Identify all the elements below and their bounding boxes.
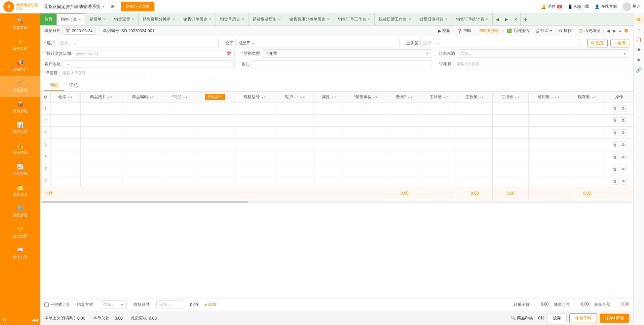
scrollbar-area[interactable] [40,199,633,205]
row-3-delete-btn[interactable]: 🗑 [612,129,618,136]
row-6-qty2[interactable] [388,163,421,175]
customer-more-icon[interactable]: ··· [73,41,76,46]
row-2-sales-unit[interactable] [344,115,388,127]
row-4-delete-btn[interactable]: 🗑 [612,141,618,148]
tab-close-return-history[interactable]: ✕ [241,17,244,21]
settings-gear-btn[interactable]: ⚙ [108,2,117,11]
account-more-icon[interactable]: ··· [172,302,176,307]
row-1-main-unit[interactable] [421,103,457,115]
app-download-btn[interactable]: 📱 App下载 [568,4,589,9]
tab-close-fee-history[interactable]: ✕ [327,17,330,21]
row-3-warehouse[interactable] [51,127,81,139]
row-3-available[interactable] [493,127,528,139]
row-1-available[interactable] [493,103,528,115]
customer-code-sort-icon[interactable]: ▲▼ [300,96,305,99]
sidebar-item-search[interactable]: 🔍 搜索菜单 [0,13,40,34]
attribute-sort-icon[interactable]: ▲▼ [331,96,336,99]
tab-sales-order[interactable]: 销售订单 ✕ [57,13,85,25]
address-input[interactable]: ··· [63,60,235,68]
row-7-customer-code[interactable] [276,175,314,187]
row-1-sales-unit[interactable] [344,103,388,115]
row-7-available[interactable] [493,175,528,187]
row-5-spec[interactable] [234,151,276,163]
tab-close-sales-refund[interactable]: ✕ [131,17,134,21]
row-1-product[interactable] [164,103,196,115]
tab-fee-split[interactable]: 销售费用分摊单 ✕ [139,13,179,25]
row-5-product-image[interactable] [80,151,122,163]
row-5-product[interactable] [164,151,196,163]
row-6-delete-btn[interactable]: 🗑 [612,166,618,172]
main-unit-sort-icon[interactable]: ▲▼ [443,96,448,99]
right-panel-link-icon[interactable]: 🔗 [634,65,644,75]
row-7-delete-btn[interactable]: 🗑 [612,178,618,185]
row-7-product-code[interactable] [122,175,164,187]
invoice-type-select[interactable]: 不开票 ▼ [262,49,432,58]
remark-input[interactable] [252,60,432,68]
row-1-attribute[interactable] [314,103,344,115]
a-project-input[interactable]: 请输入A项目 [454,60,629,68]
sidebar-item-operations[interactable]: 📈 经营管理 [0,159,40,180]
solution-btn[interactable]: 体验行业方案 [121,2,154,11]
row-7-qty2[interactable] [388,175,421,187]
row-1-available2[interactable] [528,103,569,115]
user-avatar-btn[interactable]: 用户 [622,2,641,11]
row-1-customer-code[interactable] [276,103,314,115]
row-6-current-stock[interactable] [569,163,605,175]
shortcut-btn[interactable]: ⌨ 快捷键 [478,27,500,34]
tab-close-cash-reconcile[interactable]: ✕ [445,17,448,21]
row-6-available[interactable] [493,163,528,175]
row-3-main-qty[interactable] [457,127,493,139]
row-4-attribute[interactable] [314,139,344,151]
row-3-customer-code[interactable] [276,127,314,139]
row-7-main-unit[interactable] [421,175,457,187]
row-2-warehouse[interactable] [51,115,81,127]
row-3-copy-btn[interactable]: ⧉ [620,129,627,136]
address-more-icon[interactable]: ··· [67,62,70,67]
tab-cash-daily[interactable]: 钱货日清工作台 ✕ [375,13,415,25]
sidebar-collapse-icon[interactable]: ◀◀ [32,318,38,322]
save-new-btn[interactable]: 保存&新增 [600,314,629,323]
row-6-sales-unit[interactable] [344,163,388,175]
sidebar-item-system[interactable]: ⚙️ 系统管理 [0,201,40,222]
row-5-copy-btn[interactable]: ⧉ [620,154,627,160]
print-btn[interactable]: 🖨 打印 ▼ [535,28,553,34]
row-7-sales-unit[interactable] [344,175,388,187]
sidebar-item-inventory[interactable]: 📊 库存核算 [0,118,40,138]
row-3-available2[interactable] [528,127,569,139]
row-1-warehouse[interactable] [51,103,81,115]
b-project-input[interactable]: 请输入B项目 [60,69,145,77]
tab-close-all-btn[interactable]: ✕ [511,13,520,25]
tab-detail[interactable]: 明细 [44,80,64,91]
right-panel-material-icon[interactable]: 📋 [634,35,644,44]
row-6-product-code[interactable] [122,163,164,175]
tab-return-history[interactable]: 销货单历史 ✕ [216,13,249,25]
row-1-spec[interactable] [234,103,276,115]
payment-method-select[interactable]: 选择... ▼ [100,300,127,309]
tab-summary[interactable]: 汇总 [64,80,83,91]
warehouse-input[interactable]: 成品库 ··· [235,39,400,47]
row-7-attribute[interactable] [314,175,344,187]
discard-btn[interactable]: 放弃 [547,313,567,323]
warehouse-sort-icon[interactable]: ▲▼ [68,96,73,99]
row-2-main-qty[interactable] [457,115,493,127]
customer-input[interactable]: 选择... ··· [57,39,219,47]
row-2-available2[interactable] [528,115,569,127]
row-2-available[interactable] [493,115,528,127]
operations-btn[interactable]: ⚙ 操作 [559,28,572,34]
row-2-attribute[interactable] [314,115,344,127]
customer-code-info-icon[interactable]: ℹ [297,95,299,99]
history-btn[interactable]: 📋 历史单据 [578,28,600,34]
row-6-product-image[interactable] [80,163,122,175]
tab-sales-refund[interactable]: 销货退货 ✕ [110,13,139,25]
tab-close-sales-stats[interactable]: ✕ [486,17,488,21]
date-input[interactable]: 📅 2023-03-24 [63,27,96,35]
order-source-select[interactable]: 选择... ▼ [457,49,629,58]
row-4-current-stock[interactable] [569,139,605,151]
row-5-attribute[interactable] [314,151,344,163]
row-3-main-unit[interactable] [421,127,457,139]
tab-close-sales-return[interactable]: ✕ [103,17,106,21]
row-4-main-qty[interactable] [457,139,493,151]
debt-info-icon[interactable]: ℹ [111,316,113,320]
next-record-btn[interactable]: ▶ [613,28,616,33]
row-2-copy-btn[interactable]: ⧉ [620,117,627,124]
